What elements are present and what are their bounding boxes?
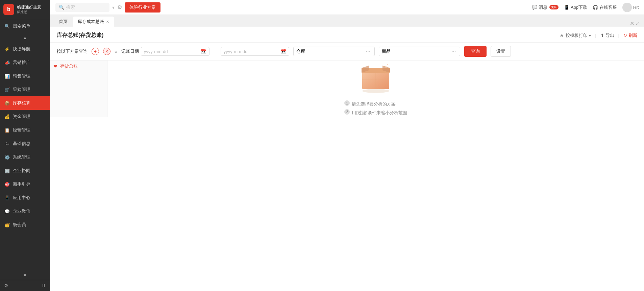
app-download-btn[interactable]: 📱 App下载 (564, 4, 587, 10)
footer-audio-btn[interactable]: ⏸ (41, 283, 46, 288)
topbar-settings-icon[interactable]: ⚙ (117, 4, 122, 10)
date-from-input[interactable] (144, 49, 201, 54)
basic-icon: 🗂 (4, 141, 10, 147)
warehouse-more-icon[interactable]: ··· (365, 48, 372, 54)
page-title: 库存总账(存货总账) (57, 32, 104, 39)
industry-btn[interactable]: 体验行业方案 (125, 2, 160, 13)
sidebar-item-finance[interactable]: 💰 资金管理 (0, 110, 50, 123)
refresh-btn[interactable]: ↻ 刷新 (623, 32, 637, 39)
export-btn[interactable]: ⬆ 导出 (600, 32, 614, 39)
filter-collapse-btn[interactable]: « (115, 49, 117, 54)
empty-illustration (355, 60, 396, 94)
sidebar-item-wechat[interactable]: 💬 企业微信 (0, 204, 50, 218)
filter-close-btn[interactable]: × (103, 48, 110, 55)
calendar-from-icon[interactable]: 📅 (201, 49, 206, 54)
sidebar-item-enterprise[interactable]: 🏢 企业协同 (0, 164, 50, 177)
sidebar-footer: ⚙ ⏸ (0, 280, 50, 291)
filter-add-btn[interactable]: + (92, 48, 99, 55)
query-btn[interactable]: 查询 (464, 46, 487, 57)
product-input[interactable] (392, 49, 449, 54)
sidebar: b 畅捷通好生意 标准版 🔍 搜索菜单 ▲ ⚡ 快捷导航 📣 营销推广 📊 销售… (0, 0, 50, 291)
sidebar-search[interactable]: 🔍 搜索菜单 (0, 19, 50, 33)
empty-svg (355, 60, 396, 94)
svg-point-0 (362, 89, 389, 93)
enterprise-icon: 🏢 (4, 168, 10, 174)
scheme-heart-icon: ❤ (53, 64, 57, 69)
empty-tip-2: 2 用[过滤]条件来缩小分析范围 (344, 108, 407, 117)
settings-btn[interactable]: 设置 (491, 46, 511, 57)
empty-tips: 1 请先选择要分析的方案 2 用[过滤]条件来缩小分析范围 (344, 100, 407, 117)
topbar-dropdown-icon[interactable]: ▾ (112, 5, 115, 10)
tabbar-expand-icon[interactable]: ⤢ (636, 20, 640, 27)
date-separator: — (212, 49, 219, 54)
svg-point-7 (387, 64, 388, 65)
svg-point-6 (385, 66, 387, 68)
footer-settings-btn[interactable]: ⚙ (4, 283, 8, 288)
sidebar-item-marketing[interactable]: 📣 营销推广 (0, 56, 50, 69)
sidebar-item-shortcut[interactable]: ⚡ 快捷导航 (0, 42, 50, 56)
sidebar-item-member[interactable]: 👑 畅会员 (0, 218, 50, 232)
sidebar-item-sales[interactable]: 📊 销售管理 (0, 69, 50, 83)
page-area: 库存总账(存货总账) 🖨 按模板打印 ▾ | ⬆ 导出 | ↻ 刷新 (50, 27, 644, 291)
app-logo: b (3, 4, 14, 15)
calendar-to-icon[interactable]: 📅 (280, 49, 286, 54)
date-to-input[interactable] (224, 49, 280, 54)
empty-tip-1: 1 请先选择要分析的方案 (344, 100, 407, 108)
topbar: 🔍 搜索 ▾ ⚙ 体验行业方案 💬 消息 99+ 📱 App下载 🎧 在线客服 (50, 0, 644, 15)
online-service-btn[interactable]: 🎧 在线客服 (593, 4, 617, 10)
tab-home[interactable]: 首页 (54, 17, 72, 27)
topbar-search[interactable]: 🔍 搜索 (55, 3, 109, 12)
product-label: 商品 (382, 48, 391, 54)
date-to-input-wrap[interactable]: 📅 (221, 47, 289, 56)
scheme-panel: ❤ 存货总账 (50, 60, 107, 117)
message-icon: 💬 (532, 5, 537, 10)
member-icon: 👑 (4, 222, 10, 228)
sidebar-item-appstore[interactable]: 📱 应用中心 (0, 191, 50, 204)
wechat-icon: 💬 (4, 208, 10, 214)
filter-warehouse-group[interactable]: 仓库 ··· (293, 47, 375, 56)
inventory-icon: 📦 (4, 100, 10, 106)
search-icon: 🔍 (4, 23, 10, 29)
page-header-right: 🖨 按模板打印 ▾ | ⬆ 导出 | ↻ 刷新 (560, 32, 637, 39)
scheme-item-inventory-ledger[interactable]: ❤ 存货总账 (50, 60, 107, 72)
sidebar-item-operation[interactable]: 📋 经营管理 (0, 123, 50, 137)
message-btn[interactable]: 💬 消息 99+ (532, 4, 559, 10)
user-avatar[interactable]: Rit (622, 3, 639, 12)
avatar-img (622, 3, 632, 12)
purchase-icon: 🛒 (4, 87, 10, 93)
sidebar-item-newbie[interactable]: 🎯 新手引导 (0, 177, 50, 191)
finance-icon: 💰 (4, 114, 10, 120)
sales-icon: 📊 (4, 73, 10, 79)
date-from-input-wrap[interactable]: 📅 (141, 47, 209, 56)
search-icon: 🔍 (59, 5, 64, 10)
sidebar-header: b 畅捷通好生意 标准版 (0, 0, 50, 19)
filter-bar: 按以下方案查询 + × « 记账日期 📅 — 📅 仓库 ··· (50, 43, 644, 60)
empty-state: 1 请先选择要分析的方案 2 用[过滤]条件来缩小分析范围 (344, 60, 407, 117)
scroll-up-btn[interactable]: ▲ (0, 33, 50, 42)
topbar-right: 💬 消息 99+ 📱 App下载 🎧 在线客服 Rit (532, 3, 639, 12)
tab-inventory-cost[interactable]: 库存成本总账 ✕ (73, 17, 114, 27)
warehouse-input[interactable] (306, 49, 363, 54)
tabbar-close-icon[interactable]: ✕ (630, 20, 634, 27)
refresh-icon: ↻ (623, 33, 627, 38)
operation-icon: 📋 (4, 127, 10, 133)
print-template-btn[interactable]: 🖨 按模板打印 ▾ (560, 32, 591, 39)
message-badge: 99+ (549, 5, 559, 9)
appstore-icon: 📱 (4, 195, 10, 201)
sidebar-item-basic[interactable]: 🗂 基础信息 (0, 137, 50, 150)
date-label: 记账日期 (121, 48, 139, 54)
shortcut-icon: ⚡ (4, 46, 10, 52)
sidebar-item-system[interactable]: ⚙️ 系统管理 (0, 150, 50, 164)
sidebar-item-inventory[interactable]: 📦 库存核算 (0, 96, 50, 110)
sidebar-item-purchase[interactable]: 🛒 采购管理 (0, 83, 50, 96)
export-icon: ⬆ (600, 33, 604, 38)
print-dropdown-icon[interactable]: ▾ (589, 33, 591, 38)
print-icon: 🖨 (560, 33, 564, 38)
tab-close-btn[interactable]: ✕ (106, 20, 109, 24)
topbar-left: 🔍 搜索 ▾ ⚙ 体验行业方案 (55, 2, 160, 13)
scroll-down-btn[interactable]: ▼ (0, 270, 50, 280)
filter-product-group[interactable]: 商品 ··· (379, 47, 460, 56)
product-more-icon[interactable]: ··· (450, 48, 457, 54)
content-panel: 1 请先选择要分析的方案 2 用[过滤]条件来缩小分析范围 (107, 60, 644, 117)
download-icon: 📱 (564, 5, 569, 10)
